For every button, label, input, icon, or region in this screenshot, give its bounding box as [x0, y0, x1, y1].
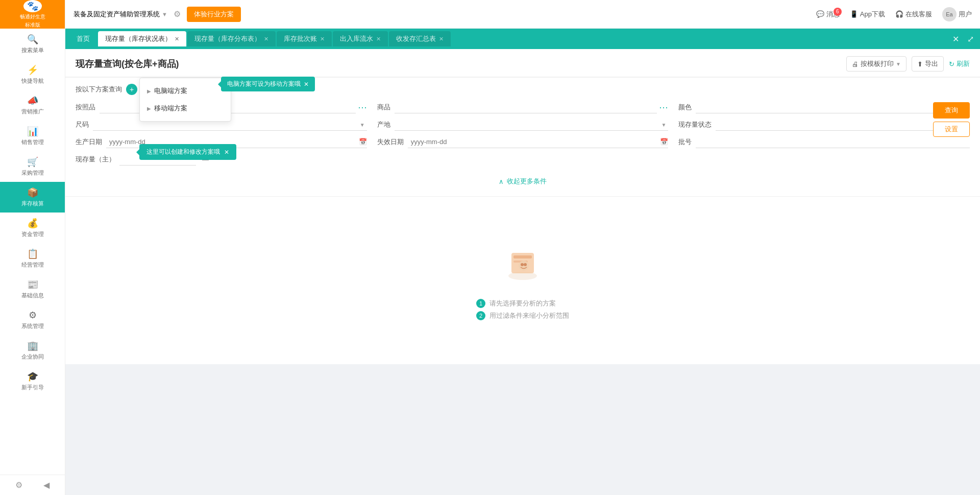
sidebar-item-marketing[interactable]: 📣 营销推广: [0, 90, 65, 121]
tab-receivable-summary[interactable]: 收发存汇总表 ✕: [389, 31, 451, 46]
sidebar-item-basics[interactable]: 📰 基础信息: [0, 274, 65, 304]
tooltip-close-icon[interactable]: ✕: [304, 81, 309, 88]
sidebar-item-sales[interactable]: 📊 销售管理: [0, 121, 65, 151]
sidebar-item-purchase[interactable]: 🛒 采购管理: [0, 151, 65, 182]
tab-close-icon[interactable]: ✕: [264, 36, 268, 42]
svg-rect-2: [513, 255, 532, 258]
sidebar-item-label: 营销推广: [21, 108, 44, 115]
refresh-btn[interactable]: ↻ 刷新: [949, 59, 970, 68]
filter-field-origin: 产地 ▼: [377, 119, 669, 131]
expire-date-start-input[interactable]: [408, 136, 660, 148]
warehouse-dots[interactable]: ⋯: [358, 102, 367, 113]
online-service-action[interactable]: 🎧 在线客服: [895, 10, 932, 19]
empty-step-2: 2 用过滤条件来缩小分析范围: [476, 311, 569, 320]
print-icon: 🖨: [852, 60, 859, 68]
size-label: 尺码: [76, 120, 89, 129]
warehouse-label: 按照品: [76, 103, 95, 112]
collapse-label: 收起更多条件: [507, 177, 547, 186]
page-inner: 现存量查询(按仓库+商品) 🖨 按模板打印 ▼ ⬆ 导出 ↻ 刷新: [65, 49, 980, 364]
main-area: 装备及固定资产辅助管理系统 ▼ ⚙ 体验行业方案 💬 消息 6 📱 App下载 …: [65, 0, 980, 495]
settings-icon[interactable]: ⚙: [174, 9, 181, 19]
calendar-icon[interactable]: 📅: [660, 138, 668, 146]
origin-label: 产地: [377, 120, 390, 129]
sidebar-item-inventory[interactable]: 📦 库存核算: [0, 182, 65, 213]
color-select[interactable]: [696, 101, 970, 113]
notification-action[interactable]: 💬 消息 6: [816, 10, 840, 19]
collapse-btn[interactable]: ∧ 收起更多条件: [76, 173, 970, 190]
sidebar-item-finance[interactable]: 💰 资金管理: [0, 213, 65, 243]
filter-add-btn[interactable]: +: [126, 84, 137, 95]
logo-symbol: 🐾: [27, 1, 38, 12]
filter-label: 按以下方案查询: [76, 85, 122, 94]
system-title-select[interactable]: 装备及固定资产辅助管理系统 ▼: [74, 10, 167, 19]
footer-collapse-btn[interactable]: ◀: [43, 480, 50, 490]
search-button[interactable]: 查询: [933, 102, 970, 119]
stock-status-label: 现存量状态: [678, 120, 712, 129]
svg-point-6: [524, 263, 527, 266]
guide-icon: 🎓: [27, 371, 38, 382]
top-header: 装备及固定资产辅助管理系统 ▼ ⚙ 体验行业方案 💬 消息 6 📱 App下载 …: [65, 0, 980, 29]
tab-batch-account[interactable]: 库存批次账 ✕: [277, 31, 332, 46]
tab-close-icon[interactable]: ✕: [320, 36, 325, 42]
inventory-icon: 📦: [27, 187, 38, 198]
edit-tooltip-close-icon[interactable]: ✕: [224, 149, 229, 156]
origin-select[interactable]: [395, 119, 669, 131]
app-download-action[interactable]: 📱 App下载: [850, 10, 885, 19]
export-btn[interactable]: ⬆ 导出: [912, 56, 944, 72]
finance-icon: 💰: [27, 218, 38, 229]
tab-inventory-status[interactable]: 现存量（库存状况表） ✕: [98, 31, 186, 46]
batch-no-input[interactable]: [696, 136, 970, 148]
origin-select-wrap: ▼: [395, 119, 669, 131]
empty-state: 1 请先选择要分析的方案 2 用过滤条件来缩小分析范围: [65, 197, 980, 364]
tab-fullscreen-icon[interactable]: ⤢: [965, 32, 976, 46]
sidebar-item-label: 采购管理: [21, 169, 44, 177]
tab-close-all-icon[interactable]: ✕: [950, 32, 961, 46]
tab-close-icon[interactable]: ✕: [175, 36, 179, 42]
sidebar-item-quick-nav[interactable]: ⚡ 快捷导航: [0, 59, 65, 90]
sidebar-item-label: 系统管理: [21, 322, 44, 330]
scheme-item-mobile[interactable]: ▶ 移动端方案: [140, 100, 231, 117]
reset-button[interactable]: 设置: [933, 122, 970, 137]
sidebar-item-operations[interactable]: 📋 经营管理: [0, 243, 65, 274]
tab-close-icon[interactable]: ✕: [376, 36, 381, 42]
sidebar-item-guide[interactable]: 🎓 新手引导: [0, 366, 65, 396]
user-action[interactable]: Ea 用户: [942, 7, 972, 21]
sidebar-item-label: 库存核算: [21, 200, 44, 207]
tab-bar: 首页 现存量（库存状况表） ✕ 现存量（库存分布表） ✕ 库存批次账 ✕ 出入库…: [65, 29, 980, 49]
step-2-text: 用过滤条件来缩小分析范围: [489, 311, 569, 320]
svg-point-4: [519, 261, 529, 271]
tab-inventory-status-label: 现存量（库存状况表）: [105, 34, 172, 43]
page-content: 现存量查询(按仓库+商品) 🖨 按模板打印 ▼ ⬆ 导出 ↻ 刷新: [65, 49, 980, 495]
logo-icon: 🐾: [23, 0, 42, 12]
step-2-num: 2: [476, 311, 485, 320]
sidebar-item-search-menu[interactable]: 🔍 搜索菜单: [0, 29, 65, 59]
calendar-icon[interactable]: 📅: [359, 138, 367, 146]
scheme-item-label: 移动端方案: [154, 104, 187, 113]
sidebar-item-system[interactable]: ⚙ 系统管理: [0, 304, 65, 335]
operations-icon: 📋: [27, 248, 38, 260]
print-btn[interactable]: 🖨 按模板打印 ▼: [846, 56, 906, 72]
batch-no-label: 批号: [678, 137, 692, 147]
print-label: 按模板打印: [861, 59, 894, 68]
chevron-right-icon: ▶: [147, 88, 151, 94]
footer-settings-btn[interactable]: ⚙: [15, 480, 22, 490]
header-right: 💬 消息 6 📱 App下载 🎧 在线客服 Ea 用户: [816, 7, 972, 21]
tab-inventory-distribution[interactable]: 现存量（库存分布表） ✕: [187, 31, 276, 46]
sidebar-logo: 🐾 畅通好生意 标准版: [0, 0, 65, 29]
stock-status-select[interactable]: [716, 119, 970, 131]
marketing-icon: 📣: [27, 95, 38, 106]
sidebar-item-enterprise[interactable]: 🏢 企业协同: [0, 335, 65, 366]
tab-home[interactable]: 首页: [69, 31, 97, 46]
purchase-icon: 🛒: [27, 156, 38, 168]
tab-inout-flow[interactable]: 出入库流水 ✕: [333, 31, 388, 46]
logo-brand: 畅通好生意: [20, 13, 45, 20]
goods-dots[interactable]: ⋯: [659, 102, 668, 113]
sidebar-item-label: 新手引导: [21, 384, 44, 391]
tab-close-icon[interactable]: ✕: [439, 36, 444, 42]
scheme-item-desktop[interactable]: ▶ 电脑端方案: [140, 82, 231, 100]
goods-input[interactable]: [395, 101, 657, 113]
trial-button[interactable]: 体验行业方案: [187, 7, 241, 22]
page-actions: 🖨 按模板打印 ▼ ⬆ 导出 ↻ 刷新: [846, 56, 970, 72]
color-label: 颜色: [678, 103, 692, 112]
filter-field-goods: 商品 ⋯: [377, 101, 669, 113]
